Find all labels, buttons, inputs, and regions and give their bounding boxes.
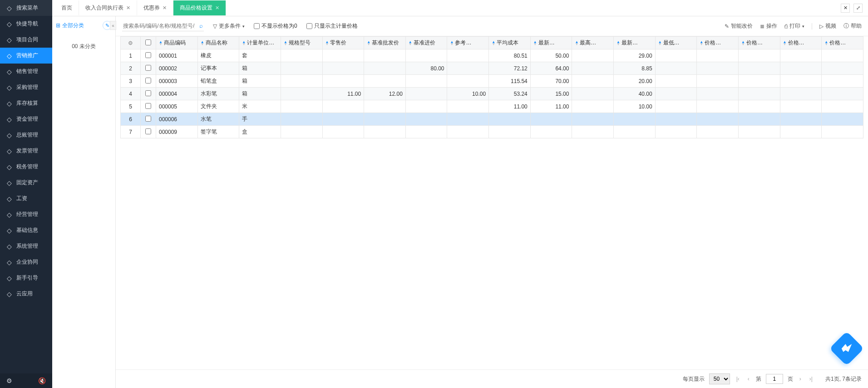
cell[interactable] (697, 126, 739, 138)
cell[interactable] (738, 126, 780, 138)
sidebar-item-1[interactable]: ◇快捷导航 (0, 16, 52, 32)
cell[interactable] (697, 113, 739, 126)
next-page-button[interactable]: › (798, 376, 803, 382)
cell[interactable] (281, 75, 322, 88)
column-header-6[interactable]: ▲▼基准进价 (405, 37, 447, 49)
search-input[interactable] (122, 21, 204, 31)
sidebar-item-6[interactable]: ◇库存核算 (0, 95, 52, 111)
cell[interactable] (780, 126, 822, 138)
cell[interactable]: 10.00 (447, 88, 489, 100)
table-row[interactable]: 7000009签字笔盒 (121, 126, 863, 138)
cell[interactable]: 11.00 (489, 100, 531, 113)
prev-page-button[interactable]: ‹ (746, 376, 751, 382)
cell[interactable] (364, 113, 406, 126)
cell[interactable] (405, 126, 447, 138)
cell[interactable] (281, 62, 322, 75)
cell[interactable] (697, 49, 739, 62)
cell[interactable]: 64.00 (530, 62, 572, 75)
tab-2[interactable]: 优惠券✕ (137, 0, 173, 15)
cell[interactable] (822, 100, 863, 113)
cell[interactable] (780, 100, 822, 113)
help-button[interactable]: ⓘ 帮助 (843, 22, 862, 30)
cell[interactable] (281, 126, 322, 138)
cell[interactable]: 文件夹 (197, 100, 239, 113)
column-header-7[interactable]: ▲▼参考… (447, 37, 489, 49)
category-tree-item[interactable]: 00 未分类 (56, 43, 112, 50)
sidebar-item-0[interactable]: ◇搜索菜单 (0, 0, 52, 16)
cell[interactable]: 12.00 (364, 88, 406, 100)
cell[interactable] (281, 49, 322, 62)
column-header-15[interactable]: ▲▼价格… (780, 37, 822, 49)
page-input[interactable] (766, 374, 783, 384)
column-header-8[interactable]: ▲▼平均成本 (489, 37, 531, 49)
cell[interactable] (364, 75, 406, 88)
cell[interactable] (614, 126, 656, 138)
smart-price-button[interactable]: ✎ 智能改价 (725, 22, 753, 30)
cell[interactable] (738, 88, 780, 100)
sidebar-item-8[interactable]: ◇总账管理 (0, 127, 52, 143)
row-checkbox[interactable] (145, 65, 151, 71)
table-wrap[interactable]: ⚙▲▼商品编码▲▼商品名称▲▼计量单位…▲▼规格型号▲▼零售价▲▼基准批发价▲▼… (116, 36, 868, 369)
fullscreen-button[interactable]: ⤢ (853, 4, 863, 13)
cell[interactable]: 盒 (239, 126, 281, 138)
cell[interactable]: 000003 (156, 75, 198, 88)
first-page-button[interactable]: |‹ (735, 376, 741, 382)
column-header-9[interactable]: ▲▼最新… (530, 37, 572, 49)
row-checkbox[interactable] (145, 116, 151, 122)
cell[interactable] (738, 100, 780, 113)
cell[interactable]: 箱 (239, 88, 281, 100)
cell[interactable] (364, 62, 406, 75)
cell[interactable]: 箱 (239, 75, 281, 88)
sidebar-item-5[interactable]: ◇采购管理 (0, 79, 52, 95)
cell[interactable] (822, 49, 863, 62)
cell[interactable]: 80.51 (489, 49, 531, 62)
cell[interactable] (655, 88, 697, 100)
table-row[interactable]: 3000003铅笔盒箱115.5470.0020.00 (121, 75, 863, 88)
cell[interactable] (572, 62, 614, 75)
cell[interactable]: 11.00 (322, 88, 364, 100)
cell[interactable]: 000006 (156, 113, 198, 126)
cell[interactable] (655, 49, 697, 62)
cell[interactable] (614, 113, 656, 126)
cell[interactable] (405, 113, 447, 126)
cell[interactable] (281, 113, 322, 126)
cell[interactable] (572, 49, 614, 62)
row-checkbox[interactable] (145, 128, 151, 134)
cell[interactable]: 40.00 (614, 88, 656, 100)
cell[interactable]: 000001 (156, 49, 198, 62)
print-button[interactable]: ⎙ 打印 ▾ (784, 22, 804, 30)
sidebar-item-10[interactable]: ◇税务管理 (0, 159, 52, 175)
sidebar-item-13[interactable]: ◇经营管理 (0, 206, 52, 222)
cell[interactable] (822, 113, 863, 126)
column-header-13[interactable]: ▲▼价格… (697, 37, 739, 49)
sidebar-item-7[interactable]: ◇资金管理 (0, 111, 52, 127)
column-header-11[interactable]: ▲▼最新… (614, 37, 656, 49)
tab-0[interactable]: 首页 (55, 0, 79, 15)
cell[interactable] (447, 62, 489, 75)
cell[interactable] (572, 126, 614, 138)
cell[interactable]: 米 (239, 100, 281, 113)
column-header-14[interactable]: ▲▼价格… (738, 37, 780, 49)
settings-column[interactable]: ⚙ (121, 37, 141, 49)
cell[interactable]: 115.54 (489, 75, 531, 88)
column-header-16[interactable]: ▲▼价格… (822, 37, 863, 49)
column-header-10[interactable]: ▲▼最高… (572, 37, 614, 49)
table-row[interactable]: 4000004水彩笔箱11.0012.0010.0053.2415.0040.0… (121, 88, 863, 100)
cell[interactable] (780, 88, 822, 100)
cell[interactable] (697, 75, 739, 88)
hide-zero-price-checkbox[interactable]: 不显示价格为0 (254, 22, 297, 30)
cell[interactable] (405, 100, 447, 113)
cell[interactable] (281, 100, 322, 113)
search-icon[interactable]: ⌕ (199, 22, 203, 29)
row-checkbox[interactable] (145, 78, 151, 83)
cell[interactable] (530, 113, 572, 126)
column-header-1[interactable]: ▲▼商品名称 (197, 37, 239, 49)
last-page-button[interactable]: ›| (808, 376, 814, 382)
cell[interactable] (780, 113, 822, 126)
cell[interactable]: 53.24 (489, 88, 531, 100)
cell[interactable]: 11.00 (530, 100, 572, 113)
cell[interactable] (322, 75, 364, 88)
video-button[interactable]: ▷ 视频 (819, 22, 836, 30)
cell[interactable] (322, 113, 364, 126)
tab-1[interactable]: 收入合同执行表✕ (79, 0, 137, 15)
